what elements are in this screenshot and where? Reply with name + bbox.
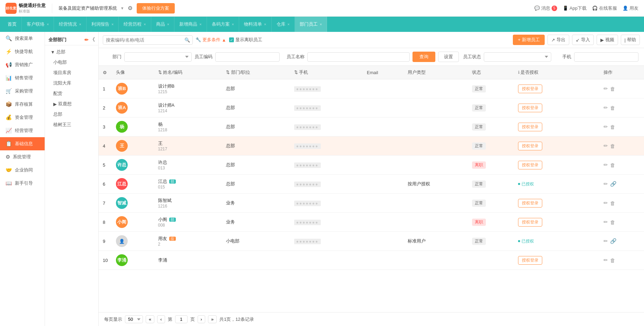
- sidebar-item-basic[interactable]: 📋 基础信息: [0, 137, 45, 150]
- tab-close-icon[interactable]: ×: [288, 22, 290, 26]
- help-button[interactable]: | 帮助: [621, 35, 640, 45]
- settings-icon[interactable]: ⚙: [103, 70, 107, 75]
- sidebar-item-search[interactable]: 🔍 搜索菜单: [0, 32, 45, 45]
- sidebar-item-inventory[interactable]: 📦 库存核算: [0, 98, 45, 111]
- dept-item-zb2[interactable]: 总部: [45, 109, 98, 120]
- edit-button[interactable]: ✏: [604, 200, 608, 206]
- delete-button[interactable]: 🗑: [610, 143, 615, 149]
- support-button[interactable]: 🎧 在线客服: [592, 5, 617, 11]
- prev-page-button[interactable]: ‹: [157, 315, 165, 323]
- gear-button[interactable]: ⚙: [126, 5, 134, 11]
- auth-button[interactable]: 授权登录: [518, 199, 542, 208]
- tab-bom[interactable]: 物料清单 ×: [239, 17, 271, 32]
- dept-item-xiaodian[interactable]: 小电部: [45, 57, 98, 68]
- dept-item-zongbu[interactable]: ▼ 总部: [45, 47, 98, 57]
- sort-icon-phone[interactable]: ⇅: [294, 70, 298, 75]
- sidebar-item-sales[interactable]: 📊 销售管理: [0, 71, 45, 85]
- msg-button[interactable]: 💬 消息 5: [534, 5, 557, 11]
- tab-goods[interactable]: 商品 ×: [151, 17, 174, 32]
- sidebar-item-collab[interactable]: 🤝 企业协同: [0, 164, 45, 177]
- try-button[interactable]: 体验行业方案: [137, 3, 175, 14]
- delete-button[interactable]: 🗑: [610, 200, 615, 206]
- link-button[interactable]: 🔗: [610, 238, 617, 244]
- edit-button[interactable]: ✏: [604, 181, 608, 187]
- edit-button[interactable]: ✏: [604, 162, 608, 168]
- auth-button[interactable]: 授权登录: [518, 142, 542, 150]
- edit-button[interactable]: ✏: [604, 219, 608, 225]
- tab-close-icon[interactable]: ×: [111, 22, 114, 26]
- delete-button[interactable]: 🗑: [610, 86, 615, 92]
- tab-customer[interactable]: 客户联络 ×: [22, 17, 54, 32]
- system-dropdown-icon[interactable]: ▾: [121, 6, 124, 11]
- first-page-button[interactable]: «: [146, 315, 154, 323]
- app-download-button[interactable]: 📱 App下载: [563, 5, 587, 11]
- delete-button[interactable]: 🗑: [610, 162, 615, 168]
- auth-button[interactable]: 授权登录: [518, 218, 542, 227]
- last-page-button[interactable]: »: [208, 315, 217, 323]
- tab-new-goods[interactable]: 新增商品 ×: [174, 17, 207, 32]
- auth-button[interactable]: 授权登录: [518, 85, 542, 93]
- tab-barcode[interactable]: 条码方案 ×: [207, 17, 239, 32]
- dept-item-peihuo[interactable]: 配货: [45, 88, 98, 99]
- edit-button[interactable]: ✏: [604, 105, 608, 111]
- dept-item-shuanglu[interactable]: ▶ 双鹿想: [45, 99, 98, 109]
- search-input[interactable]: [103, 35, 193, 45]
- delete-button[interactable]: 🗑: [610, 257, 615, 263]
- dept-edit-icon[interactable]: ✏: [84, 37, 89, 43]
- more-filter-button[interactable]: 🔧 更多条件 ▲: [196, 37, 226, 43]
- link-button[interactable]: 🔗: [610, 181, 617, 187]
- tab-close-icon[interactable]: ×: [167, 22, 169, 26]
- per-page-select[interactable]: 50 100 200: [125, 315, 143, 323]
- reset-button[interactable]: 设置: [438, 52, 459, 62]
- dept-item-project[interactable]: 项目库房: [45, 68, 98, 78]
- sidebar-item-purchase[interactable]: 🛒 采购管理: [0, 85, 45, 98]
- sidebar-item-system[interactable]: ⚙ 系统管理: [0, 150, 45, 164]
- next-page-button[interactable]: ›: [198, 315, 205, 323]
- tab-profit[interactable]: 利润报告 ×: [87, 17, 119, 32]
- auth-button[interactable]: 授权登录: [518, 123, 542, 131]
- sidebar-item-finance[interactable]: 💰 资金管理: [0, 111, 45, 124]
- tab-employees[interactable]: 部门员工 ×: [295, 17, 327, 32]
- tab-close-icon[interactable]: ×: [47, 22, 49, 26]
- delete-button[interactable]: 🗑: [610, 105, 615, 111]
- show-resigned-toggle[interactable]: ✓ 显示离职员工: [229, 37, 262, 43]
- tab-close-icon[interactable]: ×: [199, 22, 201, 26]
- tab-process[interactable]: 经营历程 ×: [119, 17, 151, 32]
- tab-warehouse[interactable]: 仓库 ×: [272, 17, 295, 32]
- edit-button[interactable]: ✏: [604, 238, 608, 244]
- tab-home[interactable]: 首页: [3, 17, 22, 32]
- delete-button[interactable]: 🗑: [610, 124, 615, 130]
- auth-button[interactable]: 授权登录: [518, 104, 542, 112]
- edit-button[interactable]: ✏: [604, 257, 608, 263]
- emp-name-input[interactable]: [307, 52, 410, 62]
- search-button[interactable]: 查询: [412, 52, 435, 62]
- emp-code-input[interactable]: [215, 52, 280, 62]
- dept-filter-select[interactable]: [124, 52, 192, 62]
- auth-button[interactable]: 授权登录: [518, 161, 542, 169]
- dept-collapse-icon[interactable]: 《: [90, 37, 95, 43]
- tab-operation[interactable]: 经营情况 ×: [54, 17, 86, 32]
- auth-button[interactable]: 授权登录: [518, 256, 542, 265]
- edit-button[interactable]: ✏: [604, 124, 608, 130]
- view-button[interactable]: ▶ 视频: [597, 35, 618, 45]
- add-employee-button[interactable]: + 新增员工: [513, 35, 544, 45]
- sort-icon-dept[interactable]: ⇅: [226, 70, 230, 75]
- tab-close-icon[interactable]: ×: [79, 22, 81, 26]
- tab-close-icon[interactable]: ×: [144, 22, 146, 26]
- dept-item-shenyang[interactable]: 沈阳大库: [45, 78, 98, 88]
- page-input[interactable]: [175, 315, 188, 323]
- user-menu[interactable]: 👤 用友: [623, 5, 638, 11]
- edit-button[interactable]: ✏: [604, 86, 608, 92]
- export-button[interactable]: ↗ 导出: [547, 35, 569, 45]
- phone-input[interactable]: [574, 52, 638, 62]
- tab-close-icon[interactable]: ×: [320, 22, 322, 26]
- show-resigned-checkbox[interactable]: ✓: [229, 37, 234, 42]
- sidebar-item-marketing[interactable]: 📢 营销推广: [0, 58, 45, 71]
- sidebar-item-mgmt[interactable]: 📈 经营管理: [0, 124, 45, 137]
- dept-item-zhishu[interactable]: 植树王三: [45, 120, 98, 130]
- delete-button[interactable]: 🗑: [610, 219, 615, 225]
- tab-close-icon[interactable]: ×: [232, 22, 234, 26]
- sort-icon-name[interactable]: ⇅: [158, 70, 162, 75]
- sidebar-item-guide[interactable]: 📖 新手引导: [0, 177, 45, 190]
- tab-close-icon[interactable]: ×: [264, 22, 266, 26]
